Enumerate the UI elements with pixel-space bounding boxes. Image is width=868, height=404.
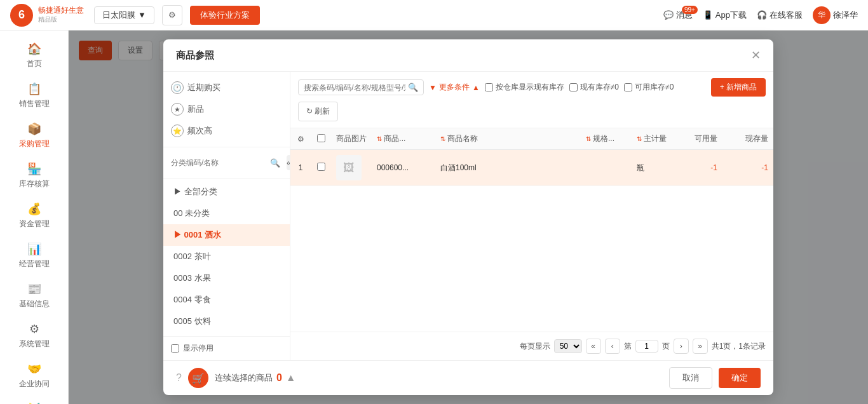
row-checkbox[interactable] — [317, 163, 325, 171]
phone-icon: 📱 — [703, 10, 713, 20]
sort-icon-unit: ⇅ — [637, 135, 642, 142]
row-avail-cell: -1 — [672, 150, 722, 186]
collapse-footer-icon[interactable]: ▲ — [286, 372, 296, 384]
cat-uncategorized[interactable]: 00 未分类 — [163, 203, 290, 224]
row-num: 1 — [290, 150, 311, 186]
cat-drink[interactable]: 0005 饮料 — [163, 311, 290, 332]
product-modal: 商品参照 ✕ 🕐 近期购买 ★ — [163, 39, 773, 395]
col-avail-header: 可用量 — [672, 128, 722, 150]
col-img-header: 商品图片 — [331, 128, 372, 150]
filter-arrow-icon: ▲ — [472, 83, 480, 92]
chevron-down-icon: ▼ — [138, 10, 146, 20]
quick-recent[interactable]: 🕐 近期购买 — [163, 77, 290, 98]
quick-filter-list: 🕐 近期购买 ★ 新品 ⭐ 频次高 — [163, 72, 290, 147]
product-search-icon[interactable]: 🔍 — [408, 83, 418, 92]
cart-icon: 🛒 — [188, 368, 208, 388]
product-search-wrap: 🔍 — [298, 79, 424, 95]
category-search-icon[interactable]: 🔍 — [270, 158, 280, 168]
first-page-btn[interactable]: « — [586, 339, 601, 354]
filter-icon: ▼ — [429, 83, 437, 92]
help-icon[interactable]: ? — [176, 372, 182, 384]
row-check-cell[interactable] — [311, 150, 331, 186]
cat-liquor[interactable]: ▶ 0001 酒水 — [163, 224, 290, 246]
new-product-btn[interactable]: + 新增商品 — [711, 78, 766, 97]
col-spec-header[interactable]: ⇅ 规格... — [581, 128, 632, 150]
col-code-header[interactable]: ⇅ 商品... — [372, 128, 435, 150]
category-search-input[interactable] — [171, 158, 266, 167]
selected-info: 连续选择的商品 0 ▲ — [215, 372, 296, 384]
inventory-icon: 🏪 — [27, 162, 41, 176]
available-stock-checkbox[interactable] — [624, 83, 632, 91]
modal-title: 商品参照 — [176, 50, 214, 62]
top-nav: 6 畅捷通好生意 精品版 日太阳膜 ▼ ⚙ 体验行业方案 💬 消息 99+ 📱 … — [0, 0, 868, 30]
confirm-btn[interactable]: 确定 — [719, 368, 761, 388]
sidebar-item-basic[interactable]: 📰 基础信息 — [0, 276, 68, 316]
page-size-select[interactable]: 50 — [554, 339, 582, 353]
logo-line2: 精品版 — [38, 15, 84, 24]
quick-new[interactable]: ★ 新品 — [163, 98, 290, 120]
table-header-row: ⚙ 商品图片 ⇅ — [290, 128, 773, 150]
logo-text-block: 畅捷通好生意 精品版 — [38, 6, 84, 24]
check-available-stock[interactable]: 可用库存≠0 — [624, 82, 674, 93]
sidebar-item-purchase[interactable]: 📦 采购管理 — [0, 116, 68, 156]
message-icon: 💬 — [663, 10, 674, 20]
sidebar: 🏠 首页 📋 销售管理 📦 采购管理 🏪 库存核算 💰 资金管理 📊 经营管理 … — [0, 30, 69, 404]
sidebar-item-sales[interactable]: 📋 销售管理 — [0, 76, 68, 116]
sort-icon-spec: ⇅ — [586, 135, 591, 142]
check-by-warehouse[interactable]: 按仓库显示现有库存 — [485, 82, 564, 93]
check-existing-stock[interactable]: 现有库存≠0 — [569, 82, 619, 93]
product-search-input[interactable] — [304, 83, 405, 92]
store-dropdown[interactable]: 日太阳膜 ▼ — [94, 6, 154, 24]
star-icon: ★ — [171, 103, 184, 116]
quick-frequent[interactable]: ⭐ 频次高 — [163, 120, 290, 142]
show-disabled-label: 显示停用 — [183, 343, 214, 354]
sidebar-item-business[interactable]: 📊 经营管理 — [0, 236, 68, 276]
existing-stock-checkbox[interactable] — [569, 83, 578, 91]
modal-overlay: 商品参照 ✕ 🕐 近期购买 ★ — [69, 30, 868, 404]
modal-close-btn[interactable]: ✕ — [751, 48, 761, 62]
sidebar-item-enterprise[interactable]: 🤝 企业协同 — [0, 356, 68, 396]
cat-all[interactable]: ▶ 全部分类 — [163, 181, 290, 203]
system-icon: ⚙ — [29, 322, 39, 336]
page-input[interactable] — [635, 340, 658, 353]
sort-icon-name: ⇅ — [440, 135, 445, 142]
product-table: ⚙ 商品图片 ⇅ — [290, 128, 773, 186]
product-table-body: 1 🖼 — [290, 150, 773, 186]
sidebar-item-guide[interactable]: 🔰 新手引导 — [0, 396, 68, 404]
online-service-btn[interactable]: 🎧 在线客服 — [757, 10, 803, 21]
freq-icon: ⭐ — [171, 125, 184, 137]
select-all-checkbox[interactable] — [317, 134, 325, 142]
gear-button[interactable]: ⚙ — [162, 5, 182, 25]
sidebar-item-finance[interactable]: 💰 资金管理 — [0, 196, 68, 236]
modal-header: 商品参照 ✕ — [163, 39, 773, 72]
show-disabled-checkbox[interactable] — [171, 344, 179, 353]
user-area[interactable]: 华 徐泽华 — [813, 6, 858, 24]
cat-tea[interactable]: 0002 茶叶 — [163, 246, 290, 267]
message-btn[interactable]: 💬 消息 99+ — [663, 10, 693, 21]
next-page-btn[interactable]: › — [674, 339, 689, 354]
sidebar-item-system[interactable]: ⚙ 系统管理 — [0, 316, 68, 356]
last-page-btn[interactable]: » — [693, 339, 708, 354]
more-filter-btn[interactable]: ▼ 更多条件 ▲ — [429, 82, 480, 93]
cat-fruit[interactable]: 0003 水果 — [163, 267, 290, 289]
logo-line1: 畅捷通好生意 — [38, 6, 84, 15]
headset-icon: 🎧 — [757, 10, 767, 20]
row-spec-cell — [581, 150, 632, 186]
category-sidebar: 🕐 近期购买 ★ 新品 ⭐ 频次高 — [163, 72, 290, 360]
prev-page-btn[interactable]: ‹ — [605, 339, 620, 354]
col-unit-header[interactable]: ⇅ 主计量 — [632, 128, 672, 150]
cancel-btn[interactable]: 取消 — [669, 367, 712, 389]
warehouse-checkbox[interactable] — [485, 83, 493, 91]
col-settings[interactable]: ⚙ — [290, 128, 311, 150]
table-row[interactable]: 1 🖼 — [290, 150, 773, 186]
sidebar-item-home[interactable]: 🏠 首页 — [0, 36, 68, 76]
sidebar-item-inventory[interactable]: 🏪 库存核算 — [0, 156, 68, 196]
category-search: 🔍 « — [163, 147, 290, 178]
app-download-btn[interactable]: 📱 App下载 — [703, 10, 747, 21]
cat-snack[interactable]: 0004 零食 — [163, 289, 290, 311]
avatar: 华 — [813, 6, 831, 24]
col-name-header[interactable]: ⇅ 商品名称 — [435, 128, 581, 150]
refresh-btn[interactable]: ↻ 刷新 — [298, 102, 338, 121]
trial-btn[interactable]: 体验行业方案 — [190, 6, 260, 25]
main-content: 查询 设置 刷新 商品参照 ✕ 🕐 — [69, 30, 868, 404]
